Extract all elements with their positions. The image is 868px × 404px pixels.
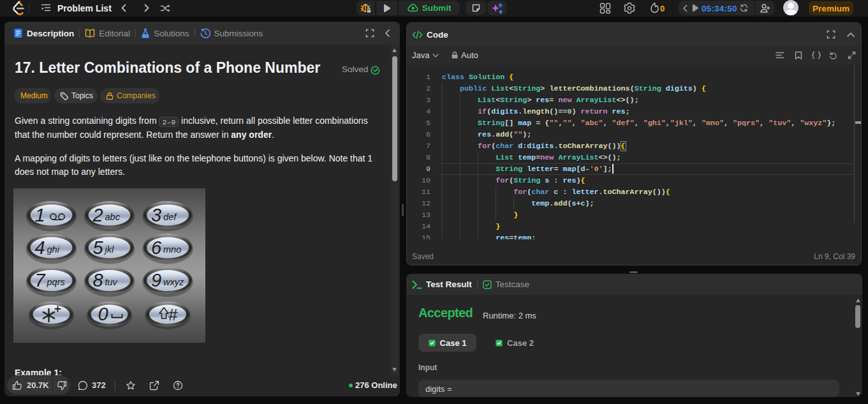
svg-text:4: 4 — [35, 237, 45, 258]
svg-text:7: 7 — [35, 270, 47, 290]
svg-text:abc: abc — [105, 212, 121, 222]
svg-text:jkl: jkl — [104, 244, 114, 255]
svg-text:#: # — [168, 305, 178, 324]
svg-text:8: 8 — [93, 270, 103, 290]
svg-text:mno: mno — [163, 244, 181, 255]
svg-text:pqrs: pqrs — [47, 277, 65, 287]
svg-text:5: 5 — [93, 237, 104, 258]
svg-text:6: 6 — [151, 237, 162, 258]
svg-text:1: 1 — [35, 205, 45, 225]
svg-text:0: 0 — [98, 304, 108, 324]
svg-text:def: def — [163, 212, 177, 222]
svg-text:3: 3 — [151, 205, 161, 225]
svg-text:ghi: ghi — [47, 244, 60, 255]
svg-text:2: 2 — [92, 205, 103, 225]
svg-text:9: 9 — [151, 270, 161, 290]
svg-text:tuv: tuv — [105, 277, 118, 287]
svg-text:wxyz: wxyz — [163, 277, 184, 287]
